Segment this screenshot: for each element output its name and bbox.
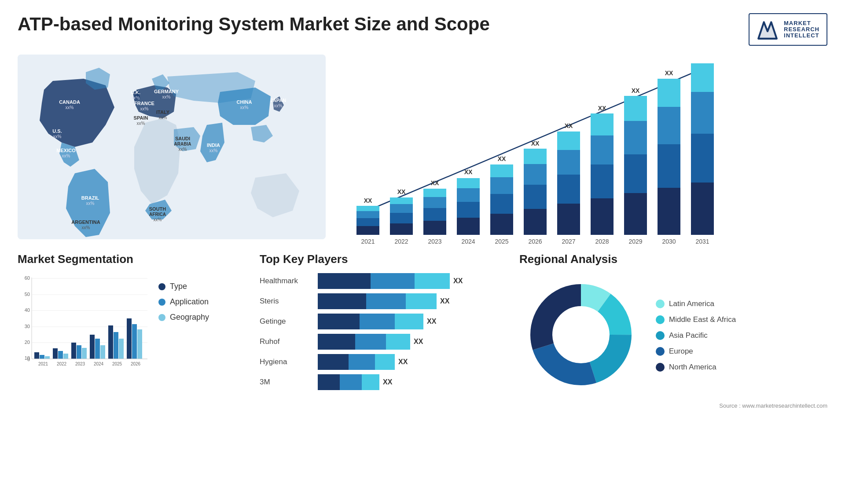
svg-rect-46 <box>390 197 413 204</box>
header: ATP-based Monitoring System Market Size … <box>18 13 827 46</box>
legend-north-america: North America <box>656 363 736 372</box>
svg-text:ITALY: ITALY <box>156 110 170 115</box>
svg-rect-68 <box>524 185 547 209</box>
svg-rect-75 <box>557 150 580 175</box>
svg-rect-49 <box>423 221 446 235</box>
svg-rect-127 <box>90 335 95 359</box>
player-bar-wrap: XX <box>318 273 506 289</box>
regional-legend: Latin America Middle East & Africa Asia … <box>656 299 736 372</box>
player-row-ruhof: Ruhof XX <box>260 334 506 350</box>
player-bar-wrap: XX <box>318 374 506 390</box>
player-bar <box>318 314 423 329</box>
svg-text:2024: 2024 <box>461 238 475 245</box>
svg-text:CANADA: CANADA <box>59 99 80 105</box>
bar-chart-svg: XX2021XX2022XX2023XX2024XX2025XX2026XX20… <box>343 63 722 248</box>
svg-rect-85 <box>624 193 647 235</box>
svg-text:xx%: xx% <box>82 225 90 230</box>
segmentation-title: Market Segmentation <box>18 252 246 266</box>
svg-text:xx%: xx% <box>154 217 162 222</box>
svg-text:XX: XX <box>632 87 640 94</box>
svg-text:2021: 2021 <box>38 362 48 366</box>
bottom-section: Market Segmentation 60 50 40 30 20 10 <box>18 252 827 409</box>
svg-text:XX: XX <box>464 168 473 175</box>
svg-rect-56 <box>457 202 480 218</box>
svg-rect-128 <box>95 339 100 359</box>
donut-chart <box>519 273 643 398</box>
svg-text:XX: XX <box>665 69 673 77</box>
svg-text:50: 50 <box>25 292 30 297</box>
player-row-steris: Steris XX <box>260 293 506 309</box>
latin-america-color <box>656 299 665 308</box>
svg-text:U.S.: U.S. <box>52 128 62 134</box>
seg-chart-area: 60 50 40 30 20 10 <box>18 273 246 372</box>
page-container: ATP-based Monitoring System Market Size … <box>0 0 845 504</box>
svg-text:xx%: xx% <box>66 105 74 110</box>
logo-text: MARKET RESEARCH INTELLECT <box>784 20 819 39</box>
svg-text:2027: 2027 <box>562 238 575 245</box>
svg-text:XX: XX <box>431 179 439 186</box>
svg-text:MEXICO: MEXICO <box>56 148 76 153</box>
svg-rect-43 <box>390 223 413 235</box>
svg-rect-88 <box>624 96 647 121</box>
svg-text:2030: 2030 <box>662 238 676 245</box>
svg-rect-70 <box>524 149 547 164</box>
regional-chart-area: Latin America Middle East & Africa Asia … <box>519 273 827 398</box>
svg-rect-133 <box>119 339 124 359</box>
svg-rect-131 <box>108 325 113 359</box>
svg-text:20: 20 <box>25 340 30 345</box>
svg-rect-100 <box>691 63 714 92</box>
regional-section: Regional Analysis <box>519 252 827 409</box>
svg-rect-55 <box>457 218 480 235</box>
svg-rect-115 <box>34 352 39 359</box>
svg-text:40: 40 <box>25 307 30 313</box>
svg-text:xx%: xx% <box>162 95 171 99</box>
source-text: Source : www.marketresearchintellect.com <box>519 402 827 409</box>
svg-text:xx%: xx% <box>137 121 145 126</box>
svg-text:xx%: xx% <box>240 105 249 110</box>
svg-rect-125 <box>82 348 87 359</box>
europe-color <box>656 347 665 356</box>
seg-legend-application: Application <box>158 297 209 307</box>
svg-rect-86 <box>624 154 647 193</box>
svg-rect-81 <box>591 135 614 164</box>
world-map: CANADA xx% U.S. xx% MEXICO xx% BRAZIL xx… <box>18 55 326 239</box>
svg-text:FRANCE: FRANCE <box>134 101 154 106</box>
svg-rect-135 <box>127 318 132 359</box>
svg-text:xx%: xx% <box>140 106 149 111</box>
svg-rect-121 <box>63 354 68 359</box>
svg-rect-116 <box>40 355 44 359</box>
players-section: Top Key Players Healthmark XX Steris <box>260 252 506 409</box>
svg-text:BRAZIL: BRAZIL <box>81 195 99 201</box>
svg-rect-62 <box>490 194 513 214</box>
svg-text:xx%: xx% <box>132 95 140 100</box>
svg-text:2025: 2025 <box>112 362 122 366</box>
svg-rect-52 <box>423 189 446 197</box>
player-bar <box>318 334 410 350</box>
player-bar-wrap: XX <box>318 354 506 370</box>
svg-text:xx%: xx% <box>274 103 283 108</box>
player-bar <box>318 354 395 370</box>
svg-text:2022: 2022 <box>57 362 67 366</box>
north-america-color <box>656 363 665 372</box>
svg-rect-39 <box>356 211 379 218</box>
svg-text:XX: XX <box>498 155 506 162</box>
player-bar <box>318 273 450 289</box>
svg-rect-50 <box>423 208 446 221</box>
player-bar <box>318 374 379 390</box>
seg-legend-type: Type <box>158 282 209 291</box>
player-bar <box>318 293 437 309</box>
world-map-svg: CANADA xx% U.S. xx% MEXICO xx% BRAZIL xx… <box>18 55 326 239</box>
svg-text:2029: 2029 <box>628 238 642 245</box>
svg-text:xx%: xx% <box>62 153 70 158</box>
svg-text:xx%: xx% <box>86 201 95 206</box>
svg-rect-37 <box>356 226 379 235</box>
svg-text:2023: 2023 <box>75 362 85 366</box>
svg-rect-63 <box>490 177 513 194</box>
svg-text:CHINA: CHINA <box>237 99 252 105</box>
svg-text:2026: 2026 <box>131 362 141 366</box>
svg-text:XX: XX <box>531 140 540 147</box>
svg-rect-82 <box>591 113 614 135</box>
bar-chart-container: XX2021XX2022XX2023XX2024XX2025XX2026XX20… <box>334 55 827 239</box>
middle-east-color <box>656 315 665 324</box>
svg-rect-120 <box>58 351 63 359</box>
